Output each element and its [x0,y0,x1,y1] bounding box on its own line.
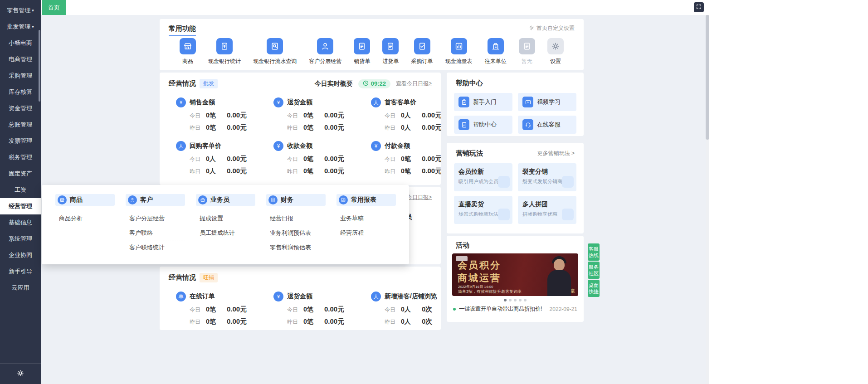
flyout-item-retail-profit-forecast[interactable]: 零售利润预估表 [270,240,326,255]
flyout-item-business-daily-report[interactable]: 经营日报 [270,211,326,226]
flyout-column-common-reports: 常用报表业务草稿经营历程 [336,194,396,264]
activity-banner[interactable]: 会员积分 商城运营 2022年9月16日 14:00 简单3招，有效帮你提升老客… [452,253,578,296]
fullscreen-button[interactable] [694,2,704,12]
quick-function-cash-bank-stats[interactable]: 现金银行统计 [208,38,241,65]
activity-news-item[interactable]: 一键设置开单自动带出商品折扣价!2022-09-21 [447,305,584,313]
marketing-tile-title: 会员拉新 [458,168,508,176]
sidebar-settings-button[interactable] [0,363,41,384]
sidebar-item-cloud-apps[interactable]: 云应用 [0,280,41,296]
sidebar-item-system-mgmt[interactable]: 系统管理 [0,231,41,247]
marketing-tile-live-selling[interactable]: 直播卖货场景式购物新玩法 [454,196,512,224]
quick-function-stockin-order[interactable]: 进货单 [382,38,399,65]
main-scrollbar[interactable] [706,15,709,384]
card-title: 营销玩法 [456,149,483,158]
day-label: 昨日 [385,124,401,132]
quick-function-business-partners[interactable]: 往来单位 [485,38,507,65]
help-tile-online-service[interactable]: 在线客服 [518,116,576,134]
sidebar-item-label: 工资 [15,186,26,194]
quick-function-purchase-order[interactable]: 采购订单 [411,38,433,65]
sidebar-item-basic-info[interactable]: 基础信息 [0,214,41,231]
metric-row: 今日0笔0.00元 [273,111,371,120]
day-label: 今日 [287,112,303,120]
day-label: 今日 [190,156,206,163]
flyout-column-title: 客户 [140,196,153,204]
flyout-item-business-history[interactable]: 经营历程 [340,226,396,240]
float-button-service-community[interactable]: 服务社区 [588,262,600,279]
flyout-item-customer-contact[interactable]: 客户联络 [129,226,185,240]
sidebar-item-wholesale-mgmt[interactable]: 批发管理▾ [0,19,41,35]
quick-function-settings[interactable]: 设置 [547,38,564,65]
help-center-header: 帮助中心 [447,73,584,87]
homepage-customize-link[interactable]: 首页自定义设置 [529,24,575,32]
sidebar-item-label: 云应用 [12,284,29,292]
carousel-dot[interactable] [504,299,507,301]
business-card-wholesale: 经营情况 批发 今日实时概要 09:22 查看今日日报> ¥销售金额今日0笔0.… [160,73,441,185]
flyout-item-customer-layered-operation[interactable]: 客户分层经营 [129,211,185,226]
day-label: 今日 [385,306,401,314]
gear-icon [16,369,24,379]
sidebar-item-enterprise-collab[interactable]: 企业协同 [0,247,41,263]
quick-function-goods[interactable]: 商品 [180,38,196,65]
flyout-item-business-profit-forecast[interactable]: 业务利润预估表 [270,226,326,240]
flyout-column-customer: 客户客户分层经营客户联络客户联络统计 [126,194,185,264]
quick-function-empty[interactable]: 暂无 [519,38,535,65]
sidebar-item-business-mgmt[interactable]: 经营管理 [0,198,41,214]
amount-value: 0.00元 [227,155,247,163]
quick-function-cash-flow-statement[interactable]: 现金流量表 [445,38,473,65]
sidebar-item-newbie-guide[interactable]: 新手引导 [0,263,41,280]
marketing-tile-group-buying[interactable]: 多人拼团拼团购物享优惠 [518,196,576,224]
marketing-tile-member-acquisition[interactable]: 会员拉新吸引用户成为会员 [454,163,512,191]
count-value: 0笔 [401,167,422,175]
sidebar-item-fixed-assets[interactable]: 固定资产 [0,165,41,182]
count-value: 0笔 [206,112,227,120]
quick-function-sales-order[interactable]: 销货单 [354,38,370,65]
sidebar-item-salary[interactable]: 工资 [0,182,41,198]
finance-icon [268,195,278,204]
sidebar-item-retail-mgmt[interactable]: 零售管理▾ [0,2,41,19]
main-scrollbar-thumb[interactable] [706,15,709,140]
sidebar-item-ecommerce-mgmt[interactable]: 电商管理 [0,51,41,68]
carousel-dot[interactable] [514,299,517,301]
sidebar-item-inventory-accounting[interactable]: 库存核算 [0,84,41,100]
help-tile-help-center[interactable]: 帮助中心 [454,116,512,134]
flyout-item-employee-commission-stats[interactable]: 员工提成统计 [200,226,255,240]
tab-home[interactable]: 首页 [42,0,66,15]
metric-row: 今日0笔0.00元 [371,155,441,163]
quick-function-cash-bank-flow-query[interactable]: 现金银行流水查询 [253,38,297,65]
day-label: 昨日 [190,124,206,132]
sidebar-item-invoice-mgmt[interactable]: 发票管理 [0,133,41,149]
chevron-down-icon: ▾ [32,24,34,29]
metric-refund-amount: ¥退货金额今日0笔0.00元昨日0笔0.00元 [273,97,371,132]
carousel-dot[interactable] [524,299,527,301]
flyout-item-customer-contact-stats[interactable]: 客户联络统计 [129,240,185,255]
sidebar-item-purchase-mgmt[interactable]: 采购管理 [0,68,41,84]
amount-value: 0次 [422,305,432,314]
marketing-tile-fission-distribution[interactable]: 裂变分销裂变式发展分销商 [518,163,576,191]
carousel-dot[interactable] [519,299,522,301]
metric-new-prospects-views: 人新增潜客/店铺浏览今日0人0次昨日0人0次 [371,292,441,326]
view-daily-report-link[interactable]: 查看今日日报> [396,80,432,87]
count-value: 0人 [206,167,227,175]
business-partners-icon [488,38,504,54]
flyout-item-product-analysis[interactable]: 商品分析 [59,211,115,226]
quick-function-customer-layered-operation[interactable]: 客户分层经营 [309,38,341,65]
sidebar-item-fund-mgmt[interactable]: 资金管理 [0,100,41,117]
sidebar-item-xiaochang-ecommerce[interactable]: 小畅电商 [0,35,41,51]
online-orders-icon: 单 [176,292,186,301]
help-tile-getting-started[interactable]: 新手入门 [454,93,512,111]
sidebar-scrollbar[interactable] [39,30,40,102]
flyout-item-commission-settings[interactable]: 提成设置 [200,211,255,226]
shop-badge: 旺铺 [200,273,218,282]
sidebar-item-tax-mgmt[interactable]: 税务管理 [0,149,41,165]
amount-value: 0.00元 [227,123,247,132]
help-tile-video-learning[interactable]: 视频学习 [518,93,576,111]
float-button-desktop-shortcut[interactable]: 桌面快捷 [588,280,600,297]
flyout-item-business-draft[interactable]: 业务草稿 [340,211,396,226]
amount-value: 0.00元 [324,167,344,175]
float-button-service-hotline[interactable]: 客服热线 [588,243,600,261]
carousel-dot[interactable] [509,299,512,301]
day-label: 今日 [287,306,303,314]
more-marketing-link[interactable]: 更多营销玩法 > [537,150,575,157]
sidebar-item-general-ledger[interactable]: 总账管理 [0,117,41,133]
metric-header: 人首客客单价 [371,97,441,107]
